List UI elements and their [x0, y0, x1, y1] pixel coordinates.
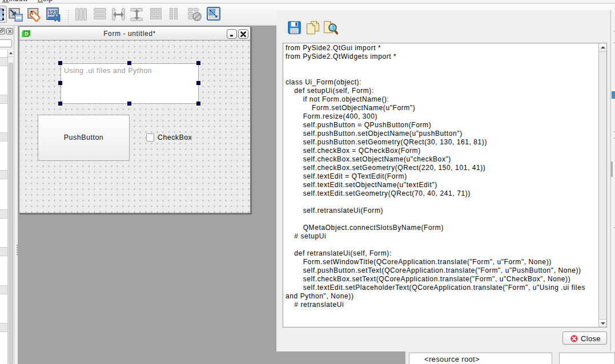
svg-text:123: 123 [48, 10, 58, 16]
